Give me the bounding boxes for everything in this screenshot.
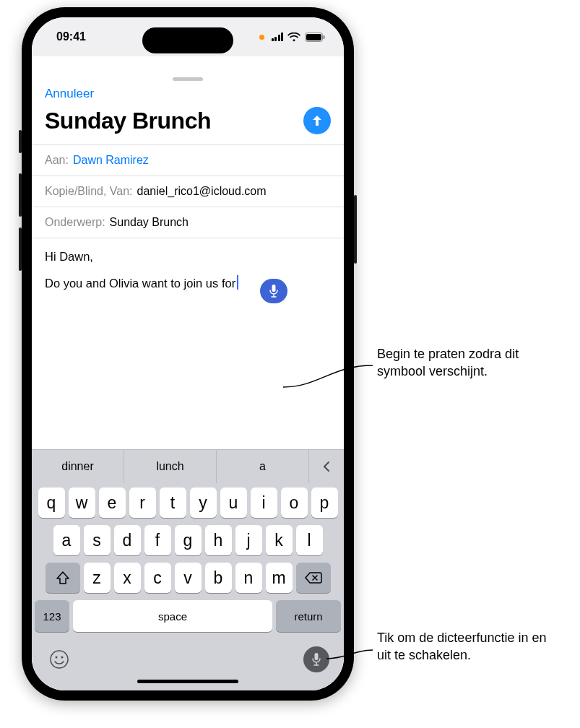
callout-dictation-toggle: Tik om de dicteerfunctie in en uit te sc… <box>377 629 550 664</box>
dynamic-island <box>142 27 233 53</box>
callout-dictation-badge: Begin te praten zodra dit symbool versch… <box>377 345 550 381</box>
